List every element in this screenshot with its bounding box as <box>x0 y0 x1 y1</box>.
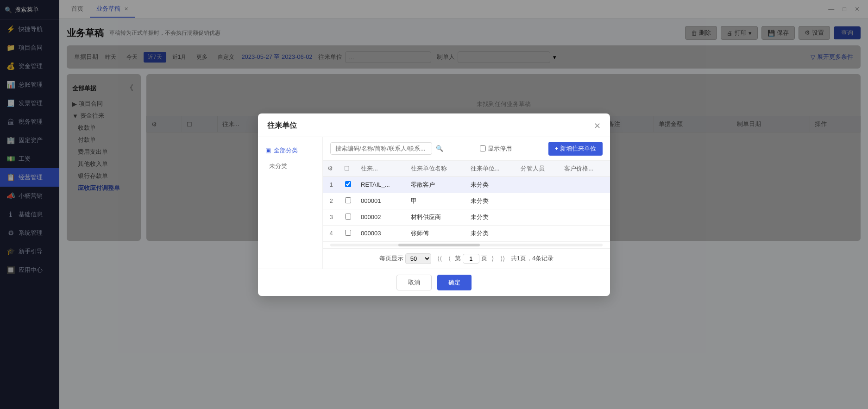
row-manager <box>516 225 560 241</box>
cancel-button[interactable]: 取消 <box>396 275 432 290</box>
dialog-sidebar: ▣ 全部分类 未分类 <box>258 137 323 269</box>
row-checkbox[interactable] <box>340 176 356 193</box>
row-manager <box>516 193 560 209</box>
new-unit-label: + 新增往来单位 <box>555 145 596 153</box>
dialog-header: 往来单位 ✕ <box>258 113 610 137</box>
row-num: 2 <box>323 193 340 209</box>
show-disabled-text: 显示停用 <box>488 145 512 153</box>
row-num: 1 <box>323 176 340 193</box>
row-price <box>560 209 610 225</box>
dialog-table-row[interactable]: 4 000003 张师傅 未分类 <box>323 225 610 241</box>
dialog-footer: 取消 确定 <box>258 269 610 296</box>
dialog-sidebar-uncat-label: 未分类 <box>269 162 287 170</box>
confirm-button[interactable]: 确定 <box>437 275 472 290</box>
row-category: 未分类 <box>466 225 516 241</box>
dialog-th-price: 客户价格... <box>560 161 610 177</box>
next-page-btn[interactable]: ⟩ <box>489 254 496 263</box>
row-manager <box>516 209 560 225</box>
row-checkbox[interactable] <box>340 225 356 241</box>
row-code: RETAIL_... <box>356 176 406 193</box>
dialog-toolbar: 🔍 显示停用 + 新增往来单位 <box>323 137 610 161</box>
dialog-sidebar-uncat[interactable]: 未分类 <box>258 158 322 174</box>
row-code: 000001 <box>356 193 406 209</box>
row-category: 未分类 <box>466 193 516 209</box>
row-code: 000002 <box>356 209 406 225</box>
row-category: 未分类 <box>466 209 516 225</box>
last-page-btn[interactable]: ⟩⟩ <box>498 254 507 263</box>
total-label: 共1页，4条记录 <box>511 254 554 263</box>
dialog-sidebar-all-label: 全部分类 <box>274 146 298 155</box>
dialog-table-row[interactable]: 1 RETAIL_... 零散客户 未分类 <box>323 176 610 193</box>
row-manager <box>516 176 560 193</box>
dialog-search-input[interactable] <box>330 142 432 155</box>
row-name: 零散客户 <box>406 176 465 193</box>
dialog-th-category: 往来单位... <box>466 161 516 177</box>
prev-page-btn[interactable]: ⟨ <box>446 254 453 263</box>
row-name: 张师傅 <box>406 225 465 241</box>
per-page-select[interactable]: 50 100 200 <box>405 253 431 264</box>
dialog-table-row[interactable]: 2 000001 甲 未分类 <box>323 193 610 209</box>
dialog-th-settings[interactable]: ⚙ <box>323 161 340 177</box>
row-checkbox[interactable] <box>340 193 356 209</box>
scrollbar-track[interactable] <box>330 244 603 246</box>
per-page-selector: 每页显示 50 100 200 <box>379 253 431 264</box>
dialog-th-code: 往来... <box>356 161 406 177</box>
dialog-th-manager: 分管人员 <box>516 161 560 177</box>
row-code: 000003 <box>356 225 406 241</box>
dialog-table-row[interactable]: 3 000002 材料供应商 未分类 <box>323 209 610 225</box>
dialog-th-name: 往来单位名称 <box>406 161 465 177</box>
dialog-close-button[interactable]: ✕ <box>594 121 601 131</box>
dialog-table-wrapper: ⚙ ☐ 往来... 往来单位名称 往来单位... 分管人员 客户价格... <box>323 161 610 242</box>
page-nav: ⟨⟨ ⟨ 第 页 ⟩ ⟩⟩ <box>435 254 507 264</box>
grid-icon: ▣ <box>265 147 271 154</box>
page-suffix: 页 <box>481 254 487 263</box>
show-disabled-checkbox[interactable] <box>480 145 486 151</box>
show-disabled-label[interactable]: 显示停用 <box>480 145 512 153</box>
row-price <box>560 176 610 193</box>
row-name: 材料供应商 <box>406 209 465 225</box>
row-checkbox[interactable] <box>340 209 356 225</box>
dialog-search: 🔍 <box>330 142 443 155</box>
modal-overlay: 往来单位 ✕ ▣ 全部分类 未分类 <box>59 0 868 409</box>
row-price <box>560 193 610 209</box>
row-name: 甲 <box>406 193 465 209</box>
dialog-main: 🔍 显示停用 + 新增往来单位 <box>323 137 610 269</box>
search-icon: 🔍 <box>436 145 443 152</box>
dialog-body: ▣ 全部分类 未分类 🔍 <box>258 137 610 269</box>
first-page-btn[interactable]: ⟨⟨ <box>435 254 444 263</box>
main-area: 首页 业务草稿 ✕ — □ ✕ 业务草稿 草稿转为正式单据时，不会执行满额促销优… <box>59 0 868 409</box>
pagination: 每页显示 50 100 200 ⟨⟨ ⟨ 第 页 <box>323 249 610 269</box>
scrollbar-thumb[interactable] <box>398 244 480 246</box>
page-input[interactable] <box>463 254 479 264</box>
dialog: 往来单位 ✕ ▣ 全部分类 未分类 <box>258 113 610 296</box>
dialog-table: ⚙ ☐ 往来... 往来单位名称 往来单位... 分管人员 客户价格... <box>323 161 610 242</box>
scrollbar-row <box>323 242 610 249</box>
dialog-th-check[interactable]: ☐ <box>340 161 356 177</box>
dialog-title: 往来单位 <box>267 121 297 131</box>
dialog-sidebar-all[interactable]: ▣ 全部分类 <box>258 143 322 158</box>
row-category: 未分类 <box>466 176 516 193</box>
row-price <box>560 225 610 241</box>
row-num: 3 <box>323 209 340 225</box>
page-label: 第 <box>455 254 461 263</box>
new-unit-button[interactable]: + 新增往来单位 <box>548 142 603 156</box>
per-page-label: 每页显示 <box>379 254 403 263</box>
row-num: 4 <box>323 225 340 241</box>
